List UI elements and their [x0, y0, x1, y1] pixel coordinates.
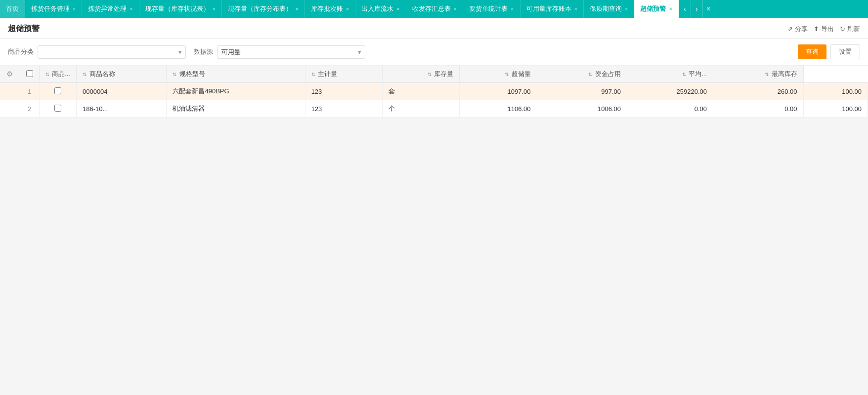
nav-close-demand[interactable]: × [511, 0, 514, 18]
row-avg: 0.00 [713, 100, 803, 118]
table-row: 2186-10...机油滤清器123个1106.001006.000.000.0… [0, 100, 868, 118]
col-header-max-stock[interactable]: ⇅ 最高库存 [713, 66, 803, 83]
row-stock: 1106.00 [460, 100, 537, 118]
sort-icon-stock: ⇅ [428, 72, 432, 77]
col-header-overstock[interactable]: ⇅ 超储量 [460, 66, 537, 83]
sort-icon-overstock: ⇅ [505, 72, 509, 77]
row-spec: 123 [305, 83, 382, 100]
row-stock: 1097.00 [460, 83, 537, 100]
row-checkbox[interactable] [54, 105, 61, 112]
nav-item-overstock[interactable]: 超储预警 × [634, 0, 678, 18]
nav-close-shelf-life[interactable]: × [625, 0, 628, 18]
nav-item-batch[interactable]: 库存批次账 × [305, 0, 355, 18]
row-max-stock: 100.00 [803, 83, 868, 100]
nav-close-inout[interactable]: × [396, 0, 399, 18]
row-overstock: 1006.00 [537, 100, 627, 118]
nav-close-task-mgmt[interactable]: × [73, 0, 76, 18]
table-body: 10000004六配套新昌490BPG123套1097.00997.002592… [0, 83, 868, 118]
filter-actions: 查询 设置 [798, 44, 860, 59]
table-header-row: ⚙ ⇅ 商品... ⇅ 商品名称 ⇅ 规格型号 [0, 66, 868, 83]
datasource-select[interactable]: 可用量 [217, 45, 365, 59]
category-select-wrapper [38, 45, 186, 59]
nav-item-stock-status[interactable]: 现存量（库存状况表） × [139, 0, 222, 18]
row-index: 2 [20, 100, 39, 118]
nav-close-recv-send[interactable]: × [454, 0, 457, 18]
col-header-code[interactable]: ⇅ 商品... [39, 66, 76, 83]
nav-close-stock-dist[interactable]: × [295, 0, 298, 18]
row-checkbox-cell [39, 100, 76, 118]
nav-close-avail-stock[interactable]: × [574, 0, 577, 18]
sort-icon-max-stock: ⇅ [765, 72, 769, 77]
category-label: 商品分类 [8, 47, 34, 56]
page-header: 超储预警 ⇗ 分享 ⬆ 导出 ↻ 刷新 [0, 18, 868, 39]
refresh-button[interactable]: ↻ 刷新 [840, 25, 860, 34]
share-button[interactable]: ⇗ 分享 [787, 25, 808, 34]
row-name: 机油滤清器 [167, 100, 305, 118]
category-filter-group: 商品分类 [8, 45, 186, 59]
col-header-settings: ⚙ [0, 66, 20, 83]
nav-close-batch[interactable]: × [346, 0, 349, 18]
table-row: 10000004六配套新昌490BPG123套1097.00997.002592… [0, 83, 868, 100]
refresh-icon: ↻ [840, 25, 845, 33]
col-header-capital[interactable]: ⇅ 资金占用 [537, 66, 627, 83]
page-title: 超储预警 [8, 24, 40, 34]
row-name: 六配套新昌490BPG [167, 83, 305, 100]
nav-item-task-mgmt[interactable]: 拣货任务管理 × [25, 0, 82, 18]
header-actions: ⇗ 分享 ⬆ 导出 ↻ 刷新 [787, 25, 860, 34]
nav-item-inout[interactable]: 出入库流水 × [355, 0, 406, 18]
category-select[interactable] [38, 45, 186, 59]
nav-item-home[interactable]: 首页 [0, 0, 25, 18]
row-max-stock: 100.00 [803, 100, 868, 118]
select-all-checkbox[interactable] [26, 70, 33, 77]
row-overstock: 997.00 [537, 83, 627, 100]
export-icon: ⬆ [814, 25, 819, 33]
col-header-avg[interactable]: ⇅ 平均... [627, 66, 713, 83]
sort-icon-avg: ⇅ [682, 72, 686, 77]
col-header-unit[interactable]: ⇅ 主计量 [305, 66, 382, 83]
datasource-filter-group: 数据源 可用量 [194, 45, 365, 59]
page-content: 超储预警 ⇗ 分享 ⬆ 导出 ↻ 刷新 商品分类 [0, 18, 868, 118]
nav-next-button[interactable]: › [691, 0, 702, 18]
row-checkbox[interactable] [54, 87, 61, 94]
row-settings-cell [0, 100, 20, 118]
datasource-select-wrapper: 可用量 [217, 45, 365, 59]
nav-close-all-button[interactable]: × [702, 0, 714, 18]
settings-button[interactable]: 设置 [830, 44, 860, 59]
table-container: ⚙ ⇅ 商品... ⇅ 商品名称 ⇅ 规格型号 [0, 66, 868, 118]
sort-icon-code: ⇅ [45, 72, 49, 77]
sort-icon-unit: ⇅ [311, 72, 315, 77]
nav-close-abnormal[interactable]: × [130, 0, 132, 18]
nav-item-demand[interactable]: 要货单统计表 × [463, 0, 520, 18]
export-button[interactable]: ⬆ 导出 [814, 25, 834, 34]
row-index: 1 [20, 83, 39, 100]
row-checkbox-cell [39, 83, 76, 100]
nav-item-avail-stock[interactable]: 可用量库存账本 × [521, 0, 584, 18]
data-table: ⚙ ⇅ 商品... ⇅ 商品名称 ⇅ 规格型号 [0, 66, 868, 118]
row-unit: 个 [382, 100, 459, 118]
nav-close-stock-status[interactable]: × [213, 0, 216, 18]
nav-item-abnormal[interactable]: 拣货异常处理 × [82, 0, 139, 18]
nav-item-recv-send[interactable]: 收发存汇总表 × [406, 0, 463, 18]
query-button[interactable]: 查询 [798, 44, 826, 59]
col-header-stock[interactable]: ⇅ 库存量 [382, 66, 459, 83]
row-avg: 260.00 [713, 83, 803, 100]
row-capital: 0.00 [627, 100, 713, 118]
share-icon: ⇗ [787, 25, 793, 33]
top-navigation: 首页 拣货任务管理 × 拣货异常处理 × 现存量（库存状况表） × 现存量（库存… [0, 0, 868, 18]
nav-close-overstock[interactable]: × [669, 0, 672, 18]
col-header-checkbox [20, 66, 39, 83]
table-settings-icon[interactable]: ⚙ [6, 70, 13, 78]
nav-prev-button[interactable]: ‹ [679, 0, 691, 18]
sort-icon-spec: ⇅ [173, 72, 176, 77]
datasource-label: 数据源 [194, 47, 213, 56]
col-header-spec[interactable]: ⇅ 规格型号 [167, 66, 305, 83]
nav-item-stock-dist[interactable]: 现存量（库存分布表） × [222, 0, 304, 18]
sort-icon-capital: ⇅ [588, 72, 592, 77]
row-code: 186-10... [76, 100, 166, 118]
row-unit: 套 [382, 83, 459, 100]
col-header-name[interactable]: ⇅ 商品名称 [76, 66, 166, 83]
nav-item-shelf-life[interactable]: 保质期查询 × [584, 0, 634, 18]
row-spec: 123 [305, 100, 382, 118]
filter-bar: 商品分类 数据源 可用量 查询 设置 [0, 39, 868, 66]
row-code: 0000004 [76, 83, 166, 100]
